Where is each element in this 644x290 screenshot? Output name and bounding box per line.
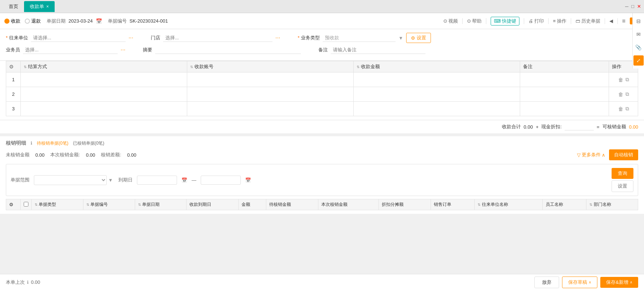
store-more-btn[interactable]: ··· <box>275 35 280 41</box>
th-receipt-account: ⇅ 收款账号 <box>187 61 354 72</box>
sidebar-email-icon[interactable]: ✉ <box>633 29 644 39</box>
biz-type-input[interactable] <box>323 34 396 42</box>
remark-cell-1[interactable] <box>520 72 609 87</box>
done-tab[interactable]: 已核销单据(0笔) <box>73 140 105 146</box>
video-icon: ⊙ <box>443 18 447 24</box>
filter-setting-btn[interactable]: 设置 <box>612 180 633 192</box>
prev-btn[interactable]: ◀ <box>609 18 613 24</box>
window-maximize-icon[interactable]: □ <box>631 4 634 9</box>
form-area: 往来单位 ··· 门店 ··· 业务类型 ▼ ⚙ 设置 业务员 ··· 摘要 备… <box>0 29 644 61</box>
list-view-btn[interactable]: ≡ <box>622 18 625 24</box>
prev-next-label: 本单上次 <box>6 279 25 286</box>
divider6 <box>605 18 605 24</box>
sort-icon-settle: ⇅ <box>24 65 27 69</box>
auto-verify-btn[interactable]: 自动核销 <box>609 149 638 160</box>
table-gear-icon[interactable]: ⚙ <box>9 64 14 70</box>
equals-sign: = <box>597 124 600 130</box>
remark-cell-3[interactable] <box>520 102 609 116</box>
verifiable-label: 可核销金额 <box>602 124 626 130</box>
video-btn[interactable]: ⊙ 视频 <box>443 18 458 24</box>
delete-row-2-icon[interactable]: 🗑 <box>618 91 623 97</box>
delete-row-3-icon[interactable]: 🗑 <box>618 106 623 112</box>
summary-input[interactable] <box>155 46 301 54</box>
copy-row-3-icon[interactable]: ⧉ <box>625 106 629 112</box>
setting-button[interactable]: ⚙ 设置 <box>406 33 431 43</box>
th-gear[interactable]: ⚙ <box>6 61 21 72</box>
doc-no-label: 单据编号 <box>108 18 127 24</box>
chevron-up-icon: ∧ <box>602 152 605 158</box>
copy-row-2-icon[interactable]: ⧉ <box>625 91 629 97</box>
receipt-account-cell-3[interactable] <box>187 102 354 116</box>
tab-close-icon[interactable]: × <box>46 4 49 9</box>
unverified-label: 未核销金额 <box>6 152 30 158</box>
history-btn[interactable]: 🗃 历史单据 <box>576 18 600 24</box>
bth-doc-type: ⇅ 单据类型 <box>32 199 83 210</box>
bth-amount: 金额 <box>239 199 266 210</box>
date-from-input[interactable]: 2022-04-01 <box>137 176 177 185</box>
info-icon-footer[interactable]: ℹ <box>27 280 29 285</box>
settle-method-cell-2[interactable] <box>21 87 187 102</box>
doc-date-calendar-icon[interactable]: 📅 <box>96 18 102 24</box>
bth-pending-verify: 待核销金额 <box>266 199 318 210</box>
biz-type-label: 业务类型 <box>298 35 320 41</box>
sidebar-table-icon[interactable]: ⊟ <box>633 16 644 26</box>
abandon-btn[interactable]: 放弃 <box>534 277 559 288</box>
pending-tab[interactable]: 待核销单据(0笔) <box>37 140 68 146</box>
bth-gear[interactable]: ⚙ <box>6 199 21 210</box>
shortcut-btn[interactable]: ⌨ 快捷键 <box>491 17 519 26</box>
doc-date-group: 单据日期 2023-03-24 📅 <box>47 18 102 24</box>
settle-method-cell-3[interactable] <box>21 102 187 116</box>
biz-type-dropdown-icon[interactable]: ▼ <box>398 35 403 41</box>
sort-icon-account: ⇅ <box>190 65 193 69</box>
calendar-from-icon[interactable]: 📅 <box>181 177 187 183</box>
bth-dept: ⇅ 部门名称 <box>586 199 638 210</box>
calendar-to-icon[interactable]: 📅 <box>245 177 251 183</box>
window-minimize-icon[interactable]: ─ <box>625 4 628 9</box>
counterparty-input[interactable] <box>31 34 126 42</box>
query-btn[interactable]: 查询 <box>612 168 633 179</box>
date-to-input[interactable]: 2022-04-12 <box>201 176 241 185</box>
receipt-amount-cell-3[interactable] <box>354 102 520 116</box>
receipt-amount-cell-2[interactable] <box>354 87 520 102</box>
discount-label: 现金折扣: <box>541 124 562 130</box>
discount-input[interactable] <box>565 123 594 130</box>
remark-label: 备注 <box>318 47 328 53</box>
delete-row-1-icon[interactable]: 🗑 <box>618 77 623 83</box>
staff-more-btn[interactable]: ··· <box>121 47 125 53</box>
window-close-icon[interactable]: ✕ <box>637 4 641 9</box>
settle-method-cell-1[interactable] <box>21 72 187 87</box>
tab-home[interactable]: 首页 <box>3 1 24 12</box>
save-draft-btn[interactable]: 保存草稿 ∧ <box>562 277 597 288</box>
save-new-btn[interactable]: 保存&新增 ∧ <box>600 277 638 288</box>
tab-receipt[interactable]: 收款单 × <box>24 1 55 12</box>
print-btn[interactable]: 🖨 打印 <box>529 18 544 24</box>
current-verify-value: 0.00 <box>86 152 95 158</box>
bottom-table-gear-icon[interactable]: ⚙ <box>9 202 13 207</box>
store-input[interactable] <box>163 34 272 42</box>
receipt-account-cell-1[interactable] <box>187 72 354 87</box>
receipt-amount-cell-1[interactable] <box>354 72 520 87</box>
receipt-account-cell-2[interactable] <box>187 87 354 102</box>
ops-cell-2: 🗑 ⧉ <box>609 87 638 102</box>
ops-cell-3: 🗑 ⧉ <box>609 102 638 116</box>
remark-cell-2[interactable] <box>520 87 609 102</box>
bth-current-verify: 本次核销金额 <box>318 199 378 210</box>
verify-info-icon[interactable]: ℹ <box>31 141 32 146</box>
receipt-radio[interactable]: 收款 <box>4 18 20 24</box>
sidebar-attach-icon[interactable]: 📎 <box>633 42 644 52</box>
sidebar-expand-icon[interactable]: ⤢ <box>633 55 644 66</box>
doc-range-select[interactable] <box>34 175 107 185</box>
bth-receipt-due: 收款到期日 <box>186 199 239 210</box>
bth-checkbox[interactable] <box>21 199 32 210</box>
refund-radio[interactable]: 退款 <box>25 18 41 24</box>
actions-btn[interactable]: ≡ 操作 <box>553 18 566 24</box>
help-btn[interactable]: ⊙ 帮助 <box>467 18 482 24</box>
form-row-1: 往来单位 ··· 门店 ··· 业务类型 ▼ ⚙ 设置 <box>6 33 638 43</box>
receipt-table: ⚙ ⇅ 结算方式 ⇅ 收款账号 ⇅ 收款金额 备注 <box>6 61 638 116</box>
copy-row-1-icon[interactable]: ⧉ <box>625 77 629 83</box>
staff-input[interactable] <box>23 46 118 54</box>
more-filter-btn[interactable]: ▽ 更多条件 ∧ <box>577 152 605 158</box>
counterparty-more-btn[interactable]: ··· <box>129 35 133 41</box>
remark-input[interactable] <box>331 46 425 54</box>
select-all-checkbox[interactable] <box>24 202 28 207</box>
